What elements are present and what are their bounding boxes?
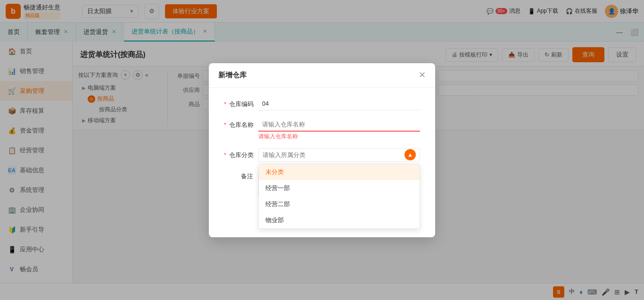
category-label: * 仓库分类: [224, 148, 258, 159]
form-row-name: * 仓库名称 请输入仓库名称: [224, 118, 420, 141]
form-row-code: * 仓库编码: [224, 97, 420, 110]
modal-title: 新增仓库: [218, 71, 247, 80]
modal-body: * 仓库编码 * 仓库名称 请输入仓库名称: [209, 88, 435, 209]
warehouse-name-input[interactable]: [258, 118, 420, 132]
category-dropdown-list: 未分类 经营一部 经营二部 物业部: [258, 164, 420, 229]
code-label: * 仓库编码: [224, 97, 258, 108]
modal-header: 新增仓库 ✕: [209, 63, 435, 88]
dropdown-item-uncategorized[interactable]: 未分类: [259, 164, 420, 180]
category-input-wrapper: ▲: [258, 148, 420, 162]
form-row-category: * 仓库分类 ▲ 未分类 经营一部 经营二部 物业部: [224, 148, 420, 162]
category-dropdown-toggle[interactable]: ▲: [405, 149, 416, 160]
warehouse-code-input[interactable]: [258, 97, 420, 110]
name-error-msg: 请输入仓库名称: [258, 133, 420, 141]
dropdown-item-dept1[interactable]: 经营一部: [259, 180, 420, 196]
dropdown-item-property[interactable]: 物业部: [259, 212, 420, 228]
note-label: 备注: [224, 169, 258, 181]
dropdown-item-dept2[interactable]: 经营二部: [259, 196, 420, 212]
category-input[interactable]: [263, 149, 405, 161]
modal-close-button[interactable]: ✕: [419, 71, 426, 79]
name-label: * 仓库名称: [224, 118, 258, 129]
add-warehouse-modal: 新增仓库 ✕ * 仓库编码 * 仓库名称: [209, 63, 435, 237]
modal-overlay: 新增仓库 ✕ * 仓库编码 * 仓库名称: [0, 0, 644, 300]
